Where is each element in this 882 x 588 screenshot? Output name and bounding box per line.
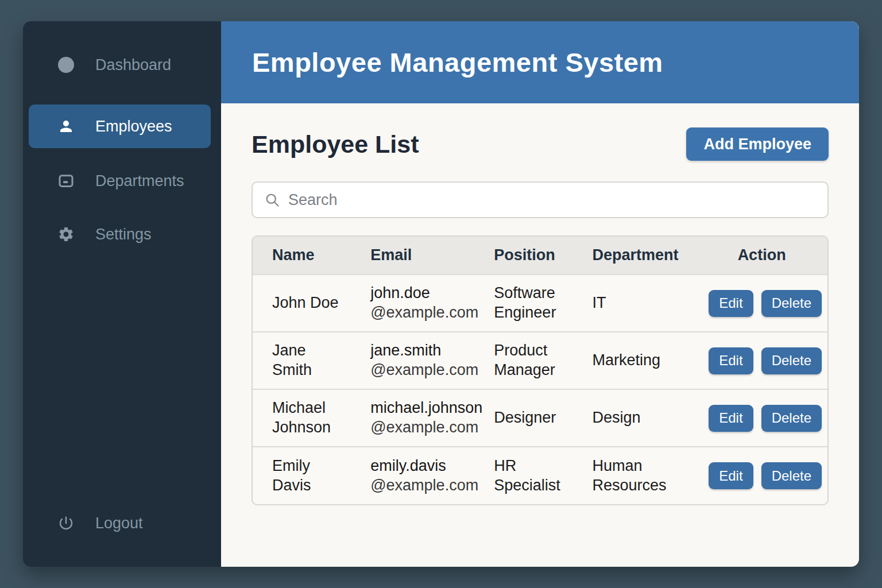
sidebar-item-dashboard[interactable]: Dashboard	[33, 49, 211, 81]
cell-position: Product Manager	[488, 332, 586, 389]
cell-position: Software Engineer	[488, 274, 586, 332]
email-user: emily.davis	[370, 457, 482, 476]
table-row: Michael Johnson michael.johnson @example…	[253, 389, 827, 447]
employee-table: Name Email Position Department Action Jo…	[252, 235, 829, 505]
sidebar-item-logout[interactable]: Logout	[33, 507, 211, 539]
main-area: Employee Management System Employee List…	[221, 21, 859, 567]
delete-button[interactable]: Delete	[761, 462, 822, 489]
cell-department: IT	[586, 274, 696, 332]
table-header-row: Name Email Position Department Action	[253, 237, 827, 274]
action-cell: Edit Delete	[702, 347, 822, 374]
sidebar-item-settings[interactable]: Settings	[33, 218, 211, 250]
delete-button[interactable]: Delete	[761, 290, 822, 317]
email-domain: @example.com	[370, 361, 482, 380]
edit-button[interactable]: Edit	[709, 462, 753, 489]
email-user: michael.johnson	[370, 399, 482, 418]
card-icon	[57, 172, 75, 189]
edit-button[interactable]: Edit	[709, 405, 753, 432]
person-icon	[57, 118, 75, 135]
edit-button[interactable]: Edit	[709, 347, 753, 374]
dashboard-circle-icon	[57, 56, 75, 74]
sidebar: Dashboard Employees Departments Settings	[23, 21, 221, 567]
cell-email: jane.smith @example.com	[365, 332, 488, 389]
app-header: Employee Management System	[221, 21, 859, 103]
email-domain: @example.com	[370, 418, 482, 438]
column-header-name: Name	[253, 237, 365, 274]
sidebar-item-employees[interactable]: Employees	[29, 105, 211, 148]
table-body: John Doe john.doe @example.com Software …	[253, 274, 827, 504]
table-row: Emily Davis emily.davis @example.com HR …	[253, 447, 827, 504]
power-icon	[57, 514, 75, 532]
cell-department: Marketing	[586, 332, 696, 389]
sidebar-spacer	[23, 250, 221, 507]
column-header-email: Email	[365, 237, 488, 274]
cell-department: Design	[586, 389, 696, 447]
add-employee-button[interactable]: Add Employee	[686, 127, 829, 161]
sidebar-item-departments[interactable]: Departments	[33, 165, 211, 197]
delete-button[interactable]: Delete	[761, 405, 822, 432]
table-row: Jane Smith jane.smith @example.com Produ…	[253, 332, 827, 389]
cell-email: emily.davis @example.com	[365, 447, 488, 504]
cell-position: HR Specialist	[488, 447, 586, 504]
page-title: Employee List	[252, 130, 419, 158]
action-cell: Edit Delete	[702, 405, 822, 432]
column-header-position: Position	[488, 237, 586, 274]
cell-name: Emily Davis	[253, 447, 365, 504]
search-icon	[264, 192, 280, 208]
delete-button[interactable]: Delete	[761, 347, 822, 374]
search-input[interactable]	[288, 191, 816, 209]
sidebar-item-label: Employees	[95, 118, 172, 136]
cell-name: John Doe	[253, 274, 365, 332]
cell-email: michael.johnson @example.com	[365, 389, 488, 447]
search-box	[252, 181, 829, 218]
gear-icon	[57, 226, 75, 243]
email-user: jane.smith	[370, 341, 482, 361]
email-domain: @example.com	[370, 476, 482, 496]
sidebar-item-label: Settings	[95, 226, 152, 243]
cell-name: Jane Smith	[253, 332, 365, 389]
sidebar-item-label: Dashboard	[95, 56, 171, 74]
cell-name: Michael Johnson	[253, 389, 365, 447]
email-domain: @example.com	[370, 303, 482, 323]
cell-position: Designer	[488, 389, 586, 447]
edit-button[interactable]: Edit	[709, 290, 753, 317]
action-cell: Edit Delete	[702, 290, 822, 317]
app-window: Dashboard Employees Departments Settings	[23, 21, 859, 567]
email-user: john.doe	[370, 284, 482, 303]
app-title: Employee Management System	[252, 47, 663, 78]
column-header-action: Action	[696, 237, 827, 274]
action-cell: Edit Delete	[702, 462, 822, 489]
sidebar-item-label: Departments	[95, 172, 184, 190]
content-top: Employee List Add Employee	[252, 127, 829, 161]
content: Employee List Add Employee Name Email Po…	[221, 103, 859, 567]
column-header-department: Department	[586, 237, 696, 274]
sidebar-item-label: Logout	[95, 514, 143, 532]
cell-department: Human Resources	[586, 447, 696, 504]
table-row: John Doe john.doe @example.com Software …	[253, 274, 827, 332]
cell-email: john.doe @example.com	[365, 274, 488, 332]
